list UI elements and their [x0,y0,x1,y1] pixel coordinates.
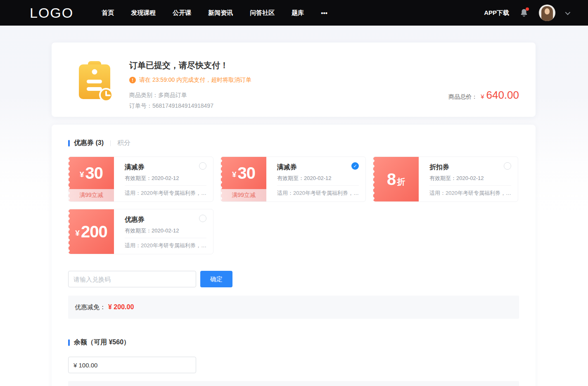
coupon-1-condition-tag: 满99立减 [69,189,114,201]
logo[interactable]: LOGO [30,5,74,21]
coupon-1-value-badge: ¥ 30 满99立减 [69,157,114,201]
app-download-link[interactable]: APP下载 [484,9,509,17]
coupon-2-value-badge: ¥ 30 满99立减 [221,157,266,201]
notification-badge [526,7,529,11]
tab-coupons[interactable]: 优惠券 (3) [74,139,104,147]
chevron-down-icon[interactable] [565,9,571,15]
coupon-2-expiry: 有效期至：2020-02-12 [277,175,359,182]
order-meta: 商品类别：多商品订单 订单号：5681749184914918497 [129,90,251,111]
coupon-4-currency: ¥ [75,229,80,238]
coupon-3-value-badge: 8 折 [373,157,419,201]
coupon-2-details: 满减券 ✓ 有效期至：2020-02-12 适用：2020年考研专属福利券，以用… [266,157,365,201]
countdown-text: 请在 23:59:00 内完成支付，超时将取消订单 [139,76,251,84]
coupon-3-details: 折扣券 有效期至：2020-02-12 适用：2020年考研专属福利券，以用..… [419,157,518,201]
coupon-1-expiry: 有效期至：2020-02-12 [125,175,206,182]
nav-item-open-courses[interactable]: 公开课 [173,9,191,17]
balance-section-header: 余额（可用 ¥560） [68,338,519,347]
coupon-row-2: ¥ 200 优惠券 有效期至：2020-02-12 适用：2020年考研专属福利… [68,209,519,254]
user-avatar[interactable] [539,5,555,21]
top-navbar: LOGO 首页 发现课程 公开课 新闻资讯 问答社区 题库 ••• APP下载 [0,0,588,26]
coupon-list: ¥ 30 满99立减 满减券 有效期至：2020-02-12 适用：2020年考… [68,156,519,254]
order-countdown-warning: ! 请在 23:59:00 内完成支付，超时将取消订单 [129,76,251,84]
total-price-label: 商品总价： [448,93,477,101]
coupon-3-unit: 折 [397,176,405,187]
coupon-card-1[interactable]: ¥ 30 满99立减 满减券 有效期至：2020-02-12 适用：2020年考… [68,156,213,202]
coupon-4-value-badge: ¥ 200 [69,209,114,254]
coupon-3-scope: 适用：2020年考研专属福利券，以用... [429,185,511,201]
coupon-card-3[interactable]: 8 折 折扣券 有效期至：2020-02-12 适用：2020年考研专属福利券，… [373,156,518,202]
coupon-1-radio[interactable] [199,162,206,170]
balance-amount-input[interactable] [68,357,196,373]
coupon-3-radio[interactable] [504,162,511,170]
coupon-3-value: 8 [387,170,396,189]
coupon-4-name: 优惠券 [125,215,145,224]
coupon-card-4[interactable]: ¥ 200 优惠券 有效期至：2020-02-12 适用：2020年考研专属福利… [68,209,213,254]
nav-item-qa-community[interactable]: 问答社区 [250,9,275,17]
avatar-face [545,8,550,14]
coupon-3-name: 折扣券 [429,163,449,172]
currency-symbol: ¥ [481,93,484,100]
coupon-4-value: 200 [81,223,107,241]
coupon-4-radio[interactable] [199,215,206,222]
section-accent-bar [68,140,70,147]
coupon-1-scope: 适用：2020年考研专属福利券，以用... [125,185,206,201]
notification-bell-icon[interactable] [519,8,529,18]
order-title: 订单已提交，请尽快支付！ [129,60,251,71]
balance-title: 余额（可用 ¥560） [74,338,130,347]
order-total: 商品总价： ¥ 640.00 [448,89,519,102]
coupon-1-value: 30 [85,164,103,182]
coupon-4-details: 优惠券 有效期至：2020-02-12 适用：2020年考研专属福利券，以用..… [114,209,213,254]
coupon-row-1: ¥ 30 满99立减 满减券 有效期至：2020-02-12 适用：2020年考… [68,156,519,202]
coupon-card-2[interactable]: ¥ 30 满99立减 满减券 ✓ 有效期至：2020-02-12 适用：2020… [220,156,366,202]
coupon-4-scope: 适用：2020年考研专属福利券，以用... [125,238,206,254]
coupon-2-value: 30 [238,164,256,182]
discount-amount: ¥ 200.00 [108,303,134,311]
coupon-2-radio-selected[interactable]: ✓ [351,162,359,170]
nav-menu: 首页 发现课程 公开课 新闻资讯 问答社区 题库 ••• [102,9,327,17]
alert-icon: ! [129,77,136,83]
order-info: 订单已提交，请尽快支付！ ! 请在 23:59:00 内完成支付，超时将取消订单… [129,60,251,111]
coupon-2-name: 满减券 [277,163,297,172]
coupon-2-scope: 适用：2020年考研专属福利券，以用... [277,185,359,201]
tab-divider [110,140,111,146]
nav-item-discover-courses[interactable]: 发现课程 [131,9,156,17]
redeem-code-row: 确定 [68,271,519,287]
section-accent-bar [68,339,70,346]
tab-points[interactable]: 积分 [117,139,130,147]
order-number: 订单号：5681749184914918497 [129,100,251,111]
coupon-2-condition-tag: 满99立减 [221,189,266,201]
discount-summary-bar: 优惠减免： ¥ 200.00 [68,296,519,319]
nav-item-news[interactable]: 新闻资讯 [208,9,233,17]
payment-options-card: 优惠券 (3) 积分 ¥ 30 满99立减 满减券 有效期至： [52,125,536,386]
coupon-3-expiry: 有效期至：2020-02-12 [429,175,511,182]
coupon-1-currency: ¥ [80,170,84,179]
coupon-1-details: 满减券 有效期至：2020-02-12 适用：2020年考研专属福利券，以用..… [114,157,213,201]
payable-summary-bar [68,381,519,386]
coupon-4-expiry: 有效期至：2020-02-12 [125,227,206,234]
nav-right: APP下载 [484,5,569,21]
nav-item-home[interactable]: 首页 [102,9,114,17]
total-price-value: 640.00 [486,89,519,102]
nav-item-question-bank[interactable]: 题库 [292,9,304,17]
redeem-code-input[interactable] [68,271,196,287]
order-category: 商品类别：多商品订单 [129,90,251,100]
coupon-2-currency: ¥ [232,170,237,179]
coupon-1-name: 满减券 [125,163,145,172]
confirm-button[interactable]: 确定 [200,271,232,287]
clipboard-clock-icon [76,60,114,104]
coupon-section-header: 优惠券 (3) 积分 [68,139,519,147]
discount-label: 优惠减免： [75,303,106,311]
nav-item-more[interactable]: ••• [321,9,327,17]
order-summary-card: 订单已提交，请尽快支付！ ! 请在 23:59:00 内完成支付，超时将取消订单… [52,43,536,117]
